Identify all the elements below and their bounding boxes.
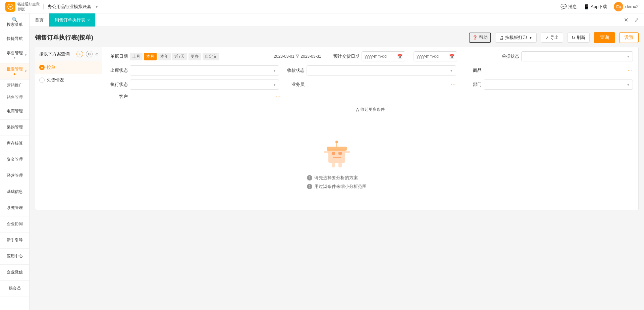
sidebar-basics-label: 基础信息 xyxy=(7,189,23,195)
scheme-settings-btn[interactable]: ⚙ xyxy=(86,51,93,57)
sidebar-item-system[interactable]: 系统管理 xyxy=(0,200,29,216)
page-header: 销售订单执行表(按单) ❓ 帮助 🖨 按模板打印 ↗ 导出 xyxy=(35,32,639,43)
dept-select[interactable]: ▼ xyxy=(484,80,633,90)
scheme-header-actions: + ⚙ « xyxy=(76,51,98,57)
help-label: 帮助 xyxy=(479,35,488,41)
print-label: 按模板打印 xyxy=(505,35,527,41)
logo-text: 畅捷通好生意 标版 xyxy=(17,2,40,11)
refresh-btn[interactable]: ↻ 刷新 xyxy=(567,33,590,43)
expected-date-label: 预计交货日期 xyxy=(333,53,360,59)
sidebar-item-purchase[interactable]: 采购管理 xyxy=(0,120,29,136)
salesperson-more-btn[interactable]: ··· xyxy=(450,82,456,88)
empty-state: 1 请先选择要分析的方案 2 用过滤条件来缩小分析范围 xyxy=(35,119,638,210)
scheme-item-label-欠货情况: 欠货情况 xyxy=(47,77,64,83)
sidebar-item-search[interactable]: 🔍 搜索菜单 xyxy=(0,13,29,31)
sidebar-item-apps[interactable]: 应用中心 xyxy=(0,249,29,265)
scheme-collapse-btn[interactable]: « xyxy=(95,51,98,57)
expected-date-to-wrap: 📅 xyxy=(414,51,457,61)
tab-close-btn[interactable]: × xyxy=(87,18,90,22)
help-icon: ❓ xyxy=(472,35,478,40)
settings-btn[interactable]: 设置 xyxy=(619,32,639,43)
exec-status-select[interactable]: ▼ xyxy=(130,80,279,90)
filter-row-1: 单据日期 上月 本月 本年 近7天 更多 自定义 xyxy=(108,51,633,61)
breadcrumb-separator: | xyxy=(43,4,44,10)
sidebar-operations-label: 经营管理 xyxy=(7,173,23,178)
exec-status-label: 执行状态 xyxy=(108,82,128,88)
scheme-item-label-按单: 按单 xyxy=(47,64,55,70)
date-btn-近7天[interactable]: 近7天 xyxy=(172,53,187,60)
scheme-add-btn[interactable]: + xyxy=(76,51,83,57)
scheme-header: 按以下方案查询 + ⚙ « xyxy=(35,47,102,61)
scheme-item-欠货情况[interactable]: 欠货情况 xyxy=(35,74,102,87)
scheme-panel: 按以下方案查询 + ⚙ « ● 按单 xyxy=(35,47,102,119)
date-label: 单据日期 xyxy=(108,53,128,59)
svg-rect-9 xyxy=(344,151,350,153)
sidebar-item-newbie[interactable]: 新手引导 xyxy=(0,232,29,249)
date-btn-自定义[interactable]: 自定义 xyxy=(203,53,219,60)
sidebar-item-finance[interactable]: 资金管理 xyxy=(0,152,29,168)
date-btn-本年[interactable]: 本年 xyxy=(158,53,171,60)
collapse-bar[interactable]: ⋀ 收起更多条件 xyxy=(108,104,633,115)
message-label: 消息 xyxy=(568,4,577,10)
tab-bar-actions: ✕ ⤢ xyxy=(619,13,644,27)
tab-expand-btn[interactable]: ⤢ xyxy=(633,16,640,24)
message-icon: 💬 xyxy=(560,4,567,10)
sidebar-item-member[interactable]: 畅会员 xyxy=(0,281,29,297)
payment-status-select[interactable]: ▼ xyxy=(307,65,456,75)
sidebar-item-quick-nav[interactable]: 快捷导航 xyxy=(0,31,29,47)
sidebar-inventory-label: 库存核算 xyxy=(7,141,23,146)
main-layout: 🔍 搜索菜单 快捷导航 零售管理 ▼ 批发管理 ▲ 营销推广 销售管理 电商管理… xyxy=(0,13,644,310)
query-btn[interactable]: 查询 xyxy=(594,32,615,43)
svg-rect-5 xyxy=(333,157,341,158)
two-col-layout: 按以下方案查询 + ⚙ « ● 按单 xyxy=(35,47,638,119)
main-panel: 按以下方案查询 + ⚙ « ● 按单 xyxy=(35,47,639,210)
robot-svg xyxy=(322,139,352,169)
tab-current[interactable]: 销售订单执行表 × xyxy=(49,13,96,27)
empty-text-list: 1 请先选择要分析的方案 2 用过滤条件来缩小分析范围 xyxy=(307,175,367,190)
status-select[interactable]: ▼ xyxy=(521,51,633,61)
export-btn[interactable]: ↗ 导出 xyxy=(541,33,563,43)
print-btn[interactable]: 🖨 按模板打印 xyxy=(495,33,537,43)
goods-more-btn[interactable]: ··· xyxy=(628,67,633,73)
sidebar-marketing-label: 营销推广 xyxy=(7,83,23,88)
page-title: 销售订单执行表(按单) xyxy=(35,34,93,42)
user-action[interactable]: Ea demo2 xyxy=(614,2,639,11)
sidebar-sales-label: 销售管理 xyxy=(7,95,23,100)
app-download-label: App下载 xyxy=(591,4,607,10)
sidebar-item-inventory[interactable]: 库存核算 xyxy=(0,136,29,152)
top-bar-right: 💬 消息 📱 App下载 Ea demo2 xyxy=(560,2,639,11)
tab-bar: 首页 销售订单执行表 × ✕ ⤢ xyxy=(30,13,644,27)
out-status-select[interactable]: ▼ xyxy=(130,65,279,75)
tab-close-window-btn[interactable]: ✕ xyxy=(623,16,630,24)
page-content: 销售订单执行表(按单) ❓ 帮助 🖨 按模板打印 ↗ 导出 xyxy=(30,27,644,310)
status-select-arrow: ▼ xyxy=(627,55,630,58)
sidebar-ecommerce-label: 电商管理 xyxy=(7,109,23,114)
scheme-header-title: 按以下方案查询 xyxy=(39,51,70,57)
svg-rect-4 xyxy=(338,152,342,155)
customer-label: 客户 xyxy=(108,94,128,100)
tip-num-1: 1 xyxy=(307,175,312,180)
sidebar-item-wholesale[interactable]: 批发管理 ▲ xyxy=(0,63,29,80)
sidebar-item-wechat[interactable]: 企业微信 xyxy=(0,265,29,281)
sidebar-item-basics[interactable]: 基础信息 xyxy=(0,184,29,200)
scheme-item-按单[interactable]: ● 按单 xyxy=(35,61,102,74)
date-btn-本月[interactable]: 本月 xyxy=(144,53,157,60)
sidebar-item-operations[interactable]: 经营管理 xyxy=(0,168,29,184)
date-btn-更多[interactable]: 更多 xyxy=(189,53,201,60)
filter-panel: 单据日期 上月 本月 本年 近7天 更多 自定义 xyxy=(102,47,638,119)
sidebar-item-ecommerce[interactable]: 电商管理 xyxy=(0,104,29,120)
breadcrumb-arrow-icon[interactable]: ▼ xyxy=(95,4,99,9)
tab-home[interactable]: 首页 xyxy=(30,13,49,27)
sidebar-item-retail[interactable]: 零售管理 ▼ xyxy=(0,47,29,63)
message-action[interactable]: 💬 消息 xyxy=(560,4,577,10)
help-btn[interactable]: ❓ 帮助 xyxy=(469,33,491,43)
sidebar-sub-sales[interactable]: 销售管理 xyxy=(0,92,29,104)
sidebar-sub-marketing[interactable]: 营销推广 xyxy=(0,80,29,92)
sidebar-member-label: 畅会员 xyxy=(9,286,21,291)
scheme-dot-inactive xyxy=(39,78,45,83)
customer-more-btn[interactable]: ··· xyxy=(275,94,281,100)
sidebar-item-enterprise[interactable]: 企业协同 xyxy=(0,216,29,232)
date-btn-上月[interactable]: 上月 xyxy=(130,53,143,60)
tab-current-label: 销售订单执行表 xyxy=(55,17,85,23)
app-download-action[interactable]: 📱 App下载 xyxy=(584,4,607,10)
